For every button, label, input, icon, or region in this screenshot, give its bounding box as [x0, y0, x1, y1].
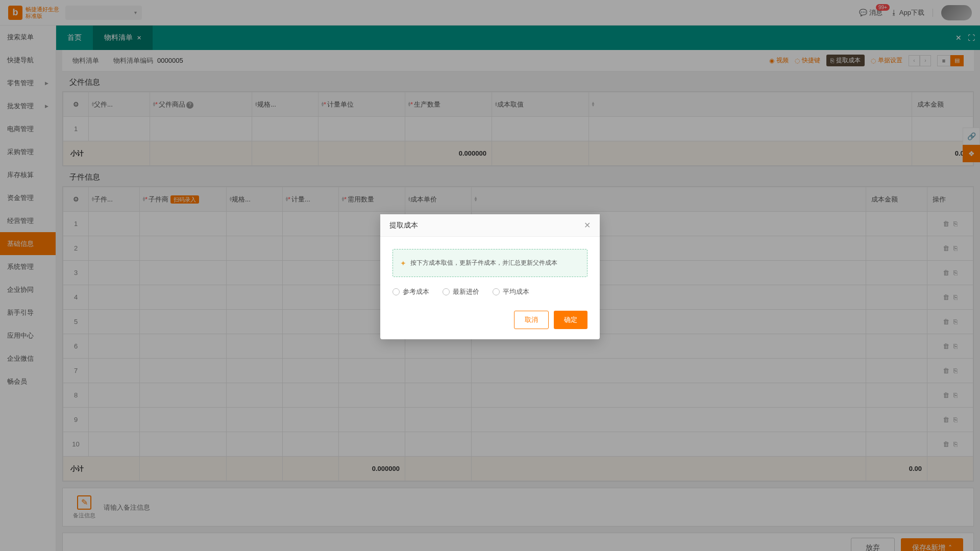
hint-box: ✦ 按下方成本取值，更新子件成本，并汇总更新父件成本	[393, 249, 587, 277]
lightbulb-icon: ✦	[400, 259, 406, 267]
hint-text: 按下方成本取值，更新子件成本，并汇总更新父件成本	[410, 259, 557, 267]
radio-label: 最新进价	[453, 287, 479, 296]
cancel-button[interactable]: 取消	[514, 311, 549, 329]
radio-group: 参考成本 最新进价 平均成本	[393, 287, 587, 296]
radio-average-cost[interactable]: 平均成本	[493, 287, 529, 296]
modal-overlay: 提取成本 ✕ ✦ 按下方成本取值，更新子件成本，并汇总更新父件成本 参考成本 最…	[0, 0, 980, 551]
radio-latest-purchase[interactable]: 最新进价	[443, 287, 479, 296]
close-icon[interactable]: ✕	[584, 220, 591, 230]
dialog-title: 提取成本	[389, 221, 418, 230]
radio-label: 平均成本	[503, 287, 529, 296]
radio-icon	[443, 288, 450, 295]
extract-cost-dialog: 提取成本 ✕ ✦ 按下方成本取值，更新子件成本，并汇总更新父件成本 参考成本 最…	[380, 214, 600, 339]
dialog-header: 提取成本 ✕	[380, 214, 600, 237]
radio-icon	[493, 288, 500, 295]
radio-reference-cost[interactable]: 参考成本	[393, 287, 429, 296]
confirm-button[interactable]: 确定	[554, 311, 587, 329]
radio-label: 参考成本	[403, 287, 429, 296]
radio-icon	[393, 288, 400, 295]
